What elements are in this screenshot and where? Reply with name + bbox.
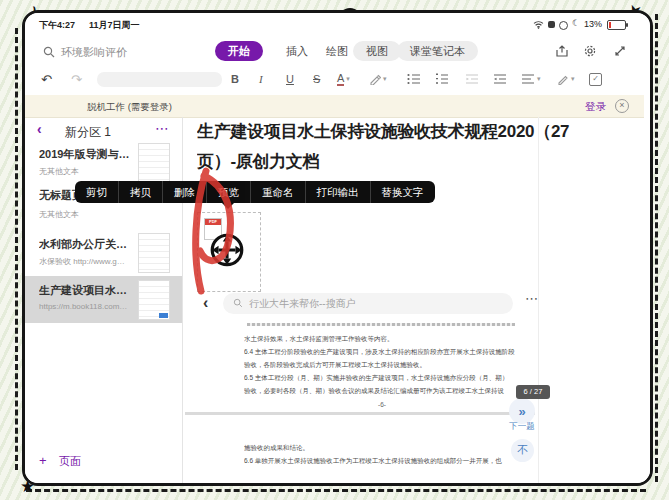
tablet-screen: 下午4:27 11月7日周一 ☾ 13% 环境影响评价 开始 插入 绘图 视图 … [25, 13, 650, 483]
doc-paragraph: 施验收的成果和结论。 [244, 441, 520, 454]
pen-style-button[interactable]: ▾ [557, 65, 575, 93]
underline-button[interactable]: U [286, 65, 294, 93]
doc-paragraph: 水土保持效果，水土保持监测管理工作验收等内容。 [244, 332, 520, 345]
tab-view[interactable]: 视图 [353, 41, 401, 61]
todo-checkbox-icon[interactable]: ✓ [589, 65, 602, 93]
menu-preview[interactable]: 预览 [206, 181, 250, 203]
embed-search-placeholder: 行业大牛来帮你--搜商户 [249, 297, 356, 311]
add-page-label: 页面 [59, 455, 81, 467]
search-input[interactable]: 环境影响评价 [61, 45, 127, 60]
float-action-button[interactable]: 不 [511, 439, 534, 462]
sidebar-item-title: 2019年版导测与… [39, 147, 137, 162]
login-link[interactable]: 登录 [585, 100, 606, 114]
doc-paragraph: 6.4 主体工程分阶段验收的生产建设项目，涉及水土保持的相应阶段亦宜开展水土保持… [244, 345, 520, 358]
sidebar-item-subtitle: 无其他文本 [39, 166, 139, 177]
moon-icon: ☾ [572, 18, 580, 28]
redo-icon[interactable]: ↷ [71, 65, 82, 93]
note-title-line2: 页）-原创力文档 [197, 147, 643, 177]
status-date: 11月7日周一 [89, 19, 140, 32]
sidebar-item-title: 水利部办公厅关… [39, 237, 137, 252]
menu-rename[interactable]: 重命名 [250, 181, 305, 203]
move-handle-icon[interactable] [208, 231, 246, 269]
alarm-icon [559, 21, 568, 30]
page-thumbnail [138, 280, 170, 320]
banner-close-icon[interactable]: × [615, 99, 629, 113]
outdent-icon[interactable] [465, 65, 479, 93]
bullet-list-icon[interactable] [407, 65, 421, 93]
sidebar-item-subtitle: 水保验收 http://www.g… [39, 256, 139, 267]
undo-icon[interactable]: ↶ [41, 65, 52, 93]
italic-button[interactable]: I [259, 65, 263, 93]
sidebar-item-subtitle: 无其他文本 [39, 209, 139, 220]
strikethrough-button[interactable]: S [313, 65, 320, 93]
alignment-button[interactable]: ▾ [521, 65, 541, 93]
sidebar-item-title: 生产建设项目水… [39, 283, 137, 298]
share-icon[interactable] [555, 44, 569, 58]
embed-search-icon [233, 298, 243, 308]
context-menu: 剪切 拷贝 删除 预览 重命名 打印输出 替换文字 [75, 181, 435, 203]
battery-icon [607, 20, 626, 30]
highlighter-button[interactable]: ▾ [369, 65, 387, 93]
indent-icon[interactable] [493, 65, 507, 93]
plus-icon: + [39, 453, 47, 468]
embed-search-bar[interactable]: 行业大牛来帮你--搜商户 [223, 293, 513, 314]
blurred-text-line [247, 323, 515, 326]
page-break-divider [185, 412, 535, 415]
next-page-label: 下一题 [504, 421, 540, 433]
menu-print[interactable]: 打印输出 [305, 181, 370, 203]
left-dashed-border [15, 28, 18, 470]
screen-record-icon [548, 21, 555, 28]
embed-more-icon[interactable]: ⋯ [525, 291, 539, 306]
menu-copy[interactable]: 拷贝 [118, 181, 162, 203]
page-count-badge: 6 / 27 [516, 385, 550, 399]
sidebar-item-subtitle: https://m.book118.com… [39, 302, 139, 311]
menu-delete[interactable]: 删除 [162, 181, 206, 203]
tab-home[interactable]: 开始 [215, 41, 263, 61]
pdf-label: PDF [205, 219, 221, 225]
page-thumbnail [138, 233, 170, 273]
numbered-list-icon[interactable] [435, 65, 449, 93]
doc-paragraph: 6.6 单独开展水土保持设施验收工作为工程竣工水土保持设施验收的组成部分一并开展… [244, 454, 520, 467]
font-selector[interactable] [97, 72, 222, 87]
sidebar-more-icon[interactable]: ⋯ [155, 120, 169, 136]
doc-paragraph: 验收，各阶段验收完成后方可开展工程竣工水土保持设施验收。 [244, 358, 520, 371]
bold-button[interactable]: B [231, 65, 239, 93]
sidebar-back-icon[interactable]: ‹ [37, 121, 42, 137]
bottom-dashed-border [26, 489, 646, 492]
doc-page-number: -6- [244, 401, 520, 408]
sidebar-section-title: 新分区 1 [65, 124, 111, 141]
settings-gear-icon[interactable] [583, 44, 597, 58]
offline-banner-text: 脱机工作 (需要登录) [87, 101, 172, 114]
screenshot-frame: 下午4:27 11月7日周一 ☾ 13% 环境影响评价 开始 插入 绘图 视图 … [22, 10, 653, 486]
embed-back-icon[interactable]: ‹ [203, 294, 208, 312]
tab-class-notebook[interactable]: 课堂笔记本 [397, 41, 478, 61]
sidebar-item-3[interactable]: 水利部办公厅关… 水保验收 http://www.g… [25, 231, 182, 276]
page-thumbnail [138, 143, 170, 183]
doc-paragraph: 验收，必要时各段（月、期）验收会议的成果及结论汇编成册可作为该工程竣工水土保持设 [244, 384, 520, 397]
right-dashed-border [655, 14, 658, 482]
battery-percent: 13% [584, 19, 602, 29]
context-menu-pointer [222, 203, 234, 209]
sidebar-item-1[interactable]: 2019年版导测与… 无其他文本 [25, 141, 182, 186]
note-title-line1: 生产建设项目水土保持设施验收技术规程2020（27 [197, 117, 643, 147]
status-time: 下午4:27 [39, 19, 75, 32]
menu-replace-text[interactable]: 替换文字 [370, 181, 435, 203]
add-page-button[interactable]: + 页面 [39, 451, 81, 469]
font-color-button[interactable]: A▾ [337, 65, 350, 93]
sidebar-item-4-selected[interactable]: 生产建设项目水… https://m.book118.com… [25, 276, 182, 323]
doc-paragraph: 6.5 主体工程分段（月、期）实施并验收的生产建设项目，水土保持设施亦应分段（月… [244, 371, 520, 384]
search-icon[interactable] [43, 46, 55, 58]
fullscreen-icon[interactable] [613, 44, 627, 58]
menu-cut[interactable]: 剪切 [75, 181, 118, 203]
font-color-letter: A [337, 73, 344, 86]
wifi-icon [533, 20, 544, 29]
sidebar-divider [182, 117, 183, 483]
